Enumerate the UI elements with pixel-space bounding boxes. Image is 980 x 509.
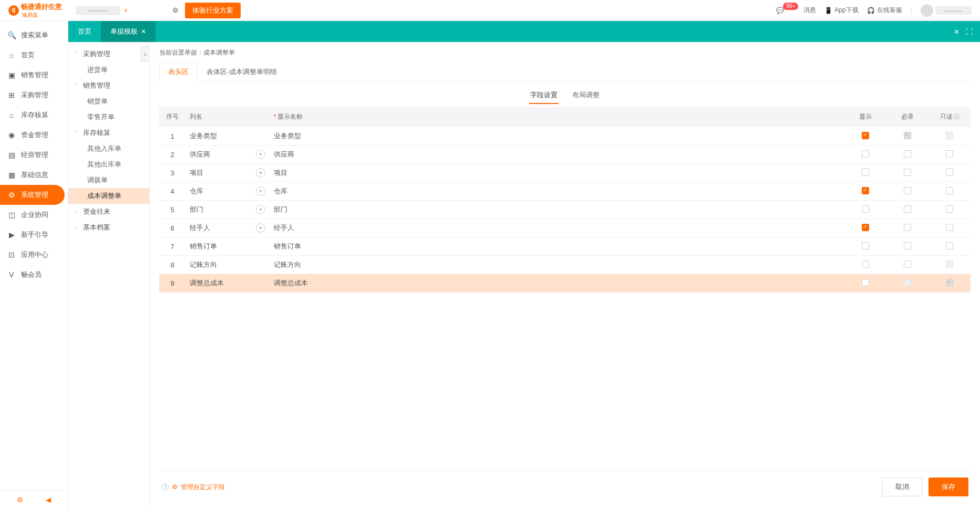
checkbox[interactable] bbox=[904, 261, 911, 268]
nav-item-系统管理[interactable]: ⚙系统管理 bbox=[0, 185, 65, 205]
nav-item-库存核算[interactable]: ⌂库存核算 bbox=[0, 105, 68, 125]
cell-name: 供应商+ bbox=[185, 146, 270, 164]
checkbox[interactable] bbox=[862, 132, 869, 139]
sub-tab[interactable]: 字段设置 bbox=[529, 87, 559, 104]
add-icon[interactable]: + bbox=[256, 186, 265, 196]
nav-item-资金管理[interactable]: ◉资金管理 bbox=[0, 125, 68, 145]
checkbox[interactable] bbox=[862, 205, 869, 213]
add-icon[interactable]: + bbox=[256, 223, 265, 233]
tree-leaf-销货单[interactable]: 销货单 bbox=[68, 94, 149, 109]
nav-item-搜索菜单[interactable]: 🔍搜索菜单 bbox=[0, 25, 68, 45]
checkbox[interactable] bbox=[862, 169, 869, 176]
nav-item-企业协同[interactable]: ◫企业协同 bbox=[0, 205, 68, 225]
add-icon[interactable]: + bbox=[256, 205, 265, 214]
inner-tab[interactable]: 表头区 bbox=[159, 63, 198, 82]
checkbox[interactable] bbox=[946, 242, 953, 250]
collapse-icon[interactable]: ◀ bbox=[46, 496, 51, 504]
cancel-button[interactable]: 取消 bbox=[882, 477, 922, 496]
col-required: 必录 bbox=[886, 107, 929, 127]
sub-tab[interactable]: 布局调整 bbox=[571, 87, 601, 104]
cell-display[interactable]: 调整总成本 bbox=[270, 274, 844, 293]
nav-item-销售管理[interactable]: ▣销售管理 bbox=[0, 65, 68, 85]
checkbox[interactable] bbox=[862, 224, 869, 231]
nav-item-采购管理[interactable]: ⊞采购管理 bbox=[0, 85, 68, 105]
avatar-icon bbox=[921, 4, 933, 17]
cell-index: 4 bbox=[159, 182, 185, 201]
app-download-link[interactable]: 📱 App下载 bbox=[824, 6, 858, 15]
tree-leaf-成本调整单[interactable]: 成本调整单 bbox=[68, 188, 149, 204]
tree-leaf-零售开单[interactable]: 零售开单 bbox=[68, 109, 149, 125]
checkbox[interactable] bbox=[862, 261, 869, 268]
tree-leaf-调拨单[interactable]: 调拨单 bbox=[68, 172, 149, 188]
inner-tab[interactable]: 表体区-成本调整单明细 bbox=[198, 63, 286, 81]
nav-item-应用中心[interactable]: ⊡应用中心 bbox=[0, 245, 68, 265]
fullscreen-icon[interactable]: ⛶ bbox=[966, 28, 973, 36]
checkbox[interactable] bbox=[904, 224, 911, 231]
promo-button[interactable]: 体验行业方案 bbox=[185, 3, 241, 18]
cell-display[interactable]: 经手人 bbox=[270, 219, 844, 237]
checkbox bbox=[946, 279, 953, 286]
table-row: 2 供应商+ 供应商 bbox=[159, 146, 971, 164]
cell-readonly bbox=[929, 182, 971, 201]
tab-单据模板[interactable]: 单据模板✕ bbox=[101, 21, 156, 42]
cell-display[interactable]: 业务类型 bbox=[270, 127, 844, 146]
checkbox[interactable] bbox=[904, 169, 911, 176]
add-icon[interactable]: + bbox=[256, 150, 265, 159]
cell-required bbox=[886, 274, 929, 293]
tree-group-销售管理[interactable]: ˅销售管理 bbox=[68, 78, 149, 94]
caret-icon: › bbox=[76, 209, 81, 214]
settings-icon[interactable]: ⚙ bbox=[17, 496, 23, 504]
cell-name: 调整总成本 bbox=[185, 274, 270, 293]
cell-index: 8 bbox=[159, 256, 185, 274]
online-service-link[interactable]: 🎧 在线客服 bbox=[867, 6, 902, 15]
cell-display[interactable]: 销售订单 bbox=[270, 237, 844, 256]
checkbox[interactable] bbox=[946, 205, 953, 213]
cell-show bbox=[844, 219, 886, 237]
close-icon[interactable]: ✕ bbox=[141, 28, 146, 35]
checkbox[interactable] bbox=[904, 242, 911, 250]
tree-group-资金往来[interactable]: ›资金往来 bbox=[68, 204, 149, 220]
nav-item-经营管理[interactable]: ▤经营管理 bbox=[0, 145, 68, 165]
nav-item-新手引导[interactable]: ▶新手引导 bbox=[0, 225, 68, 245]
tree-group-库存核算[interactable]: ˅库存核算 bbox=[68, 125, 149, 141]
cell-display[interactable]: 部门 bbox=[270, 201, 844, 219]
tree-leaf-其他出库单[interactable]: 其他出库单 bbox=[68, 157, 149, 172]
checkbox[interactable] bbox=[946, 169, 953, 176]
manage-custom-fields-link[interactable]: ? ⚙ 管理自定义字段 bbox=[161, 483, 225, 492]
cell-name: 仓库+ bbox=[185, 182, 270, 201]
cell-readonly bbox=[929, 127, 971, 146]
cell-display[interactable]: 仓库 bbox=[270, 182, 844, 201]
checkbox[interactable] bbox=[862, 150, 869, 158]
close-all-icon[interactable]: ✕ bbox=[954, 28, 960, 36]
tenant-selector[interactable]: ——— ∨ bbox=[71, 6, 166, 15]
cell-show bbox=[844, 182, 886, 201]
messages-link[interactable]: 💬 99+ 消息 bbox=[776, 6, 816, 15]
cell-display[interactable]: 供应商 bbox=[270, 146, 844, 164]
checkbox[interactable] bbox=[946, 150, 953, 158]
cell-display[interactable]: 项目 bbox=[270, 164, 844, 182]
phone-icon: 📱 bbox=[824, 7, 832, 14]
tree-group-采购管理[interactable]: ˅采购管理 bbox=[68, 46, 149, 62]
checkbox[interactable] bbox=[904, 187, 911, 194]
checkbox[interactable] bbox=[862, 187, 869, 194]
collapse-tree-icon[interactable]: « bbox=[141, 46, 149, 62]
tab-首页[interactable]: 首页 bbox=[68, 21, 101, 42]
nav-item-畅会员[interactable]: V畅会员 bbox=[0, 265, 68, 285]
save-button[interactable]: 保存 bbox=[929, 477, 968, 496]
cell-display[interactable]: 记账方向 bbox=[270, 256, 844, 274]
user-menu[interactable]: ——— bbox=[921, 4, 972, 17]
tree-group-基本档案[interactable]: ›基本档案 bbox=[68, 220, 149, 235]
tree-leaf-其他入库单[interactable]: 其他入库单 bbox=[68, 141, 149, 157]
cell-readonly bbox=[929, 219, 971, 237]
checkbox[interactable] bbox=[862, 279, 869, 286]
nav-item-基础信息[interactable]: ▦基础信息 bbox=[0, 165, 68, 185]
checkbox[interactable] bbox=[862, 242, 869, 250]
checkbox[interactable] bbox=[946, 187, 953, 194]
checkbox[interactable] bbox=[904, 205, 911, 213]
checkbox[interactable] bbox=[904, 150, 911, 158]
tree-leaf-进货单[interactable]: 进货单 bbox=[68, 62, 149, 78]
add-icon[interactable]: + bbox=[256, 168, 265, 178]
checkbox[interactable] bbox=[946, 224, 953, 231]
nav-item-首页[interactable]: ⌂首页 bbox=[0, 45, 68, 65]
gear-icon[interactable]: ⚙ bbox=[172, 6, 179, 14]
